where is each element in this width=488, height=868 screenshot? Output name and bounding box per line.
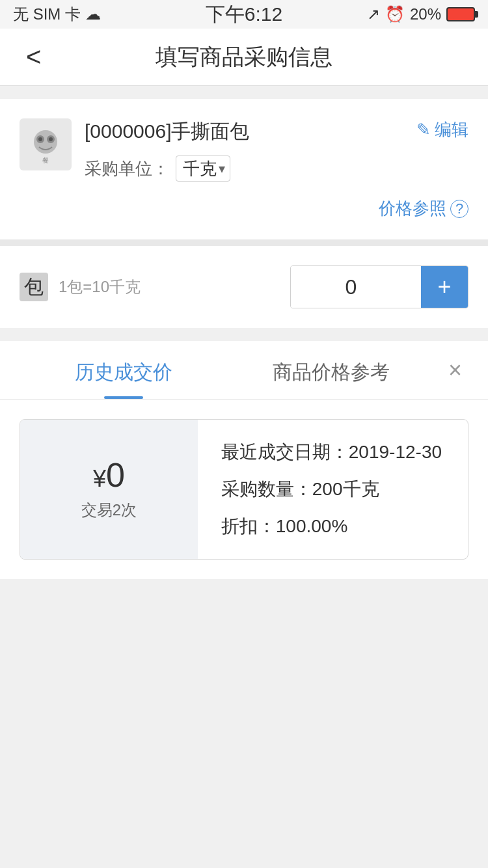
history-card: ¥0 交易2次 最近成交日期：2019-12-30 采购数量：200千克 折扣：… (20, 419, 468, 560)
history-discount: 折扣：100.00% (221, 513, 448, 539)
edit-button[interactable]: ✎ 编辑 (416, 118, 468, 141)
quantity-input[interactable] (291, 266, 421, 308)
qty-label: 采购数量： (221, 479, 312, 499)
quantity-unit-badge: 包 (20, 273, 48, 301)
status-time: 下午6:12 (206, 1, 282, 28)
history-card-right: 最近成交日期：2019-12-30 采购数量：200千克 折扣：100.00% (198, 420, 468, 559)
history-date: 最近成交日期：2019-12-30 (221, 439, 448, 465)
tabs-section: 历史成交价 商品价格参考 × ¥0 交易2次 最近成交日期：2019-12-30… (0, 341, 488, 579)
discount-value: 100.00% (276, 516, 348, 536)
page-title: 填写商品采购信息 (156, 42, 332, 72)
tab-history-price[interactable]: 历史成交价 (20, 341, 227, 399)
svg-point-4 (49, 137, 53, 141)
alarm-icon: ⏰ (385, 5, 405, 23)
edit-label: 编辑 (435, 118, 468, 141)
status-right: ↗ ⏰ 20% (367, 5, 475, 23)
back-button[interactable]: < (20, 36, 47, 78)
quantity-hint: 1包=10千克 (59, 277, 141, 297)
svg-text:餐: 餐 (42, 157, 49, 164)
location-icon: ↗ (367, 5, 380, 23)
unit-select-wrapper[interactable]: 千克 (176, 156, 230, 182)
product-info: [0000006]手撕面包 采购单位： 千克 (85, 118, 249, 182)
discount-label: 折扣： (221, 516, 276, 536)
status-bar: 无 SIM 卡 ☁ 下午6:12 ↗ ⏰ 20% (0, 0, 488, 29)
svg-point-3 (38, 137, 42, 141)
quantity-row: 包 1包=10千克 + (0, 246, 488, 328)
battery-pct: 20% (410, 5, 441, 23)
quantity-plus-button[interactable]: + (421, 266, 468, 308)
price-value: 0 (106, 456, 125, 494)
currency-symbol: ¥ (93, 465, 106, 492)
history-price: ¥0 (93, 458, 125, 492)
edit-icon: ✎ (416, 120, 431, 140)
carrier-text: 无 SIM 卡 ☁ (13, 4, 101, 25)
product-name: [0000006]手撕面包 (85, 118, 249, 145)
history-card-left: ¥0 交易2次 (20, 420, 198, 559)
price-ref-label: 价格参照 (379, 197, 446, 220)
status-left: 无 SIM 卡 ☁ (13, 4, 101, 25)
unit-label: 采购单位： (85, 157, 169, 180)
tab-product-price-ref[interactable]: 商品价格参考 (227, 341, 435, 399)
history-content: ¥0 交易2次 最近成交日期：2019-12-30 采购数量：200千克 折扣：… (0, 400, 488, 579)
bottom-area (0, 579, 488, 868)
product-left: 餐 [0000006]手撕面包 采购单位： 千克 (20, 118, 249, 182)
history-qty: 采购数量：200千克 (221, 476, 448, 502)
quantity-control: + (290, 265, 468, 308)
battery-icon (446, 7, 475, 21)
product-unit-row: 采购单位： 千克 (85, 156, 249, 182)
tabs-header: 历史成交价 商品价格参考 × (0, 341, 488, 400)
product-card: 餐 [0000006]手撕面包 采购单位： 千克 ✎ 编辑 (0, 99, 488, 239)
unit-select[interactable]: 千克 (176, 156, 230, 182)
history-trades: 交易2次 (81, 500, 137, 521)
date-label: 最近成交日期： (221, 442, 349, 462)
quantity-label-group: 包 1包=10千克 (20, 273, 141, 301)
price-ref-button[interactable]: 价格参照 ? (379, 197, 468, 220)
product-thumbnail-icon: 餐 (26, 125, 65, 164)
tab-close-button[interactable]: × (435, 350, 468, 390)
qty-value: 200千克 (312, 479, 379, 499)
product-footer: 价格参照 ? (20, 197, 468, 220)
help-icon: ? (450, 200, 468, 218)
nav-bar: < 填写商品采购信息 (0, 29, 488, 86)
divider (0, 239, 488, 246)
date-value: 2019-12-30 (349, 442, 442, 462)
product-image: 餐 (20, 118, 72, 170)
product-header: 餐 [0000006]手撕面包 采购单位： 千克 ✎ 编辑 (20, 118, 468, 182)
